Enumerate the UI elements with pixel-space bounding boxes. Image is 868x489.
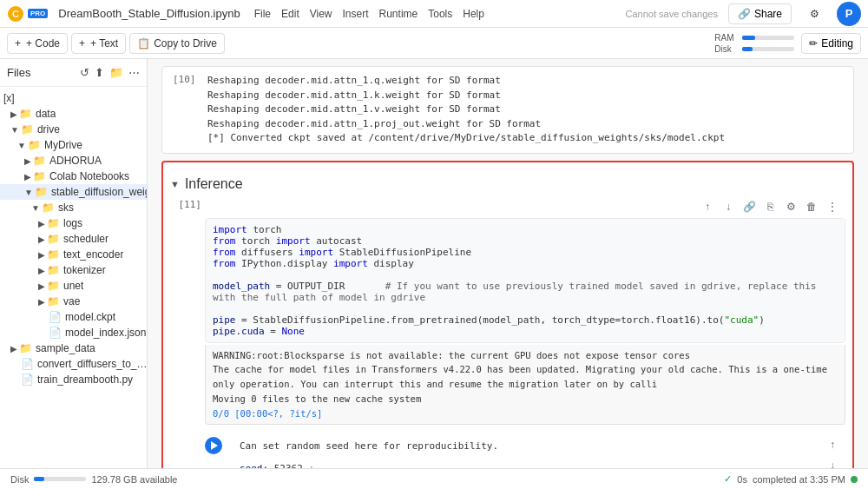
tree-item-unet[interactable]: ▶ 📁 unet [0,278,147,294]
folder-arrow-sks: ▼ [31,203,40,213]
main-layout: Files ↺ ⬆ 📁 ⋯ [x] ▶ 📁 data [0,59,868,489]
status-right: ✓ 0s completed at 3:35 PM [724,473,858,485]
cell-11-code[interactable]: import torch from torch import autocast … [205,218,845,343]
tree-item-convert[interactable]: 📄 convert_diffusers_to_original_stabl... [0,356,147,372]
disk-status-label: Disk [10,474,29,485]
tree-item-colab-notebooks[interactable]: ▶ 📁 Colab Notebooks [0,169,147,184]
file-icon-model-index: 📄 [49,327,62,339]
tree-item-tokenizer[interactable]: ▶ 📁 tokenizer [0,262,147,278]
svg-text:C: C [12,9,19,19]
ram-progress-fill [742,36,755,40]
new-folder-icon[interactable]: 📁 [109,66,123,79]
output-line-2: Reshaping decoder.mid.attn_1.k.weight fo… [207,89,725,103]
ram-disk-indicator: RAM Disk [714,33,794,54]
share-button[interactable]: 🔗 Share [728,3,792,24]
folder-icon-logs: 📁 [47,217,60,229]
menu-insert[interactable]: Insert [343,8,369,20]
inference-section-header[interactable]: ▼ Inference [170,169,845,195]
add-text-button[interactable]: + + Text [71,33,126,54]
seed-move-up-button[interactable]: ↑ [823,435,842,454]
menu-edit[interactable]: Edit [281,8,299,20]
more-cell-button[interactable]: ⋮ [823,197,842,216]
ram-label: RAM [714,33,739,43]
disk-progress-fill [742,47,753,51]
copy-drive-icon: 📋 [137,37,150,50]
tree-item-drive[interactable]: ▼ 📁 drive [0,122,147,137]
sidebar-header-icons: ↺ ⬆ 📁 ⋯ [80,66,140,79]
run-seed-button[interactable] [205,437,222,454]
tree-item-sks[interactable]: ▼ 📁 sks [0,200,147,215]
disk-usage: Disk 129.78 GB available [10,474,177,485]
upload-icon[interactable]: ⬆ [95,66,104,79]
seed-cell-num [170,433,201,437]
tree-item-sdweights[interactable]: ▼ 📁 stable_diffusion_weights [0,184,147,200]
cell-11-row: [11] ↑ ↓ 🔗 ⎘ ⚙ 🗑 ⋮ impo [170,195,845,343]
file-tree: [x] ▶ 📁 data ▼ 📁 drive [0,87,147,391]
check-icon: ✓ [724,473,732,485]
tree-item-logs[interactable]: ▶ 📁 logs [0,215,147,231]
file-icon-convert: 📄 [21,358,34,370]
topbar: C PRO DreamBooth_Stable_Diffusion.ipynb … [0,0,868,28]
menu-help[interactable]: Help [463,8,484,20]
tree-item-mydrive[interactable]: ▼ 📁 MyDrive [0,137,147,153]
folder-arrow-scheduler: ▶ [38,235,45,244]
tree-item-sample-data[interactable]: ▶ 📁 sample_data [0,340,147,356]
copy-cell-button[interactable]: ⎘ [760,197,779,216]
tree-item-model-index[interactable]: 📄 model_index.json [0,325,147,340]
tree-item-scheduler[interactable]: ▶ 📁 scheduler [0,231,147,247]
menu-tools[interactable]: Tools [428,8,452,20]
connected-dot [851,476,858,483]
folder-arrow-data: ▶ [10,109,17,119]
folder-arrow-sdweights: ▼ [24,188,33,197]
editing-button[interactable]: ✏ Editing [801,33,861,54]
code-line-pipe-cuda: pipe.cuda = None [213,326,838,337]
more-options-icon[interactable]: ⋯ [128,66,140,79]
copy-to-drive-button[interactable]: 📋 Copy to Drive [129,33,225,54]
tree-item-x[interactable]: [x] [0,90,147,106]
settings-button[interactable]: ⚙ [802,2,826,26]
folder-icon-adhorua: 📁 [33,155,46,167]
code-line-from-diffusers: from diffusers import StableDiffusionPip… [213,247,838,258]
output-line-3: Reshaping decoder.mid.attn_1.v.weight fo… [207,102,725,117]
inference-section: ▼ Inference [11] ↑ ↓ 🔗 ⎘ ⚙ 🗑 [161,161,854,490]
status-completed: completed at 3:35 PM [753,474,845,485]
inference-title: Inference [185,176,243,192]
avatar[interactable]: P [837,2,861,26]
code-line-pipe: pipe = StableDiffusionPipeline.from_pret… [213,314,838,326]
colab-icon: C [7,5,24,23]
sidebar: Files ↺ ⬆ 📁 ⋯ [x] ▶ 📁 data [0,59,148,489]
move-down-button[interactable]: ↓ [719,197,738,216]
add-code-button[interactable]: + + Code [7,33,68,54]
tree-item-vae[interactable]: ▶ 📁 vae [0,294,147,309]
folder-arrow-vae: ▶ [38,297,45,307]
code-line-import-torch: import torch [213,224,838,235]
sidebar-header: Files ↺ ⬆ 📁 ⋯ [0,59,147,87]
menu-file[interactable]: File [254,8,271,20]
cell-11: [11] ↑ ↓ 🔗 ⎘ ⚙ 🗑 ⋮ impo [170,195,845,426]
tree-item-model-ckpt[interactable]: 📄 model.ckpt [0,309,147,325]
output-progress: 0/0 [00:00<?, ?it/s] [213,406,838,421]
folder-icon-vae: 📁 [47,295,60,307]
tree-item-text-encoder[interactable]: ▶ 📁 text_encoder [0,247,147,262]
status-time: 0s [737,474,747,485]
delete-cell-button[interactable]: 🗑 [802,197,821,216]
disk-status-bar [34,477,86,481]
move-up-button[interactable]: ↑ [698,197,717,216]
pencil-icon: ✏ [809,37,818,50]
cell-number-11: [11] [170,195,201,210]
menu-view[interactable]: View [310,8,332,20]
folder-icon-tokenizer: 📁 [47,264,60,276]
disk-label: Disk [714,44,739,54]
folder-icon-data: 📁 [19,108,32,120]
link-button[interactable]: 🔗 [740,197,759,216]
inference-collapse-arrow: ▼ [170,179,180,189]
folder-arrow-logs: ▶ [38,219,45,228]
tree-item-data[interactable]: ▶ 📁 data [0,106,147,122]
refresh-icon[interactable]: ↺ [80,66,89,79]
tree-item-train[interactable]: 📄 train_dreambooth.py [0,372,147,387]
settings-cell-button[interactable]: ⚙ [781,197,800,216]
file-icon-model-ckpt: 📄 [49,311,62,323]
menu-runtime[interactable]: Runtime [379,8,418,20]
files-title: Files [7,66,30,79]
tree-item-adhorua[interactable]: ▶ 📁 ADHORUA [0,153,147,169]
